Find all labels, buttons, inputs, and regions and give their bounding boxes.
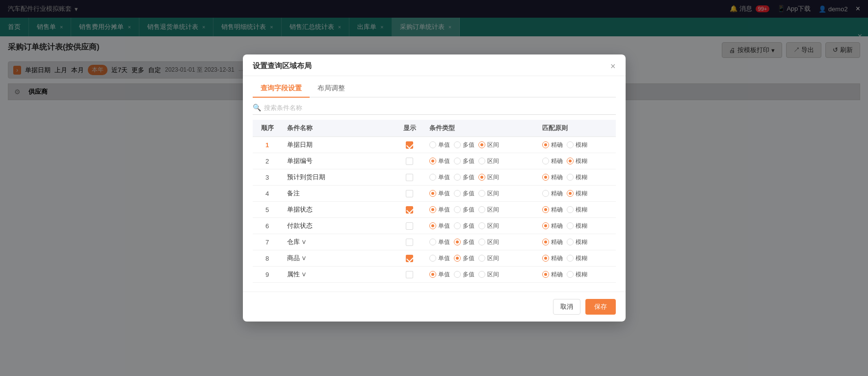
type-radio-多值[interactable]: 多值: [454, 141, 474, 149]
row-type: 单值多值区间: [424, 186, 537, 202]
type-radio-多值[interactable]: 多值: [454, 287, 474, 287]
display-checkbox[interactable]: [406, 271, 413, 278]
row-display[interactable]: [395, 153, 424, 169]
type-radio-多值[interactable]: 多值: [454, 222, 474, 230]
modal-overlay: 设置查询区域布局 × 查询字段设置 布局调整 🔍: [0, 0, 868, 376]
type-radio-单值[interactable]: 单值: [429, 287, 450, 287]
type-radio-单值[interactable]: 单值: [429, 222, 450, 230]
type-radio-区间[interactable]: 区间: [478, 189, 499, 198]
display-checkbox[interactable]: [406, 174, 413, 181]
type-radio-多值[interactable]: 多值: [454, 238, 474, 246]
radio-dot: [454, 141, 461, 148]
row-order: 1: [253, 137, 282, 153]
radio-dot: [478, 222, 485, 229]
cancel-btn[interactable]: 取消: [553, 299, 580, 315]
radio-dot: [542, 141, 549, 148]
match-radio-模糊[interactable]: 模糊: [567, 270, 587, 279]
row-match: 精确模糊: [537, 153, 616, 169]
row-match: 精确模糊: [537, 169, 616, 186]
display-checkbox[interactable]: [406, 239, 413, 246]
match-radio-精确[interactable]: 精确: [542, 270, 563, 279]
match-radio-精确[interactable]: 精确: [542, 189, 563, 198]
row-match: 精确模糊: [537, 234, 616, 250]
display-checkbox[interactable]: [406, 206, 413, 214]
type-radio-单值[interactable]: 单值: [429, 189, 450, 198]
radio-dot: [478, 141, 485, 148]
row-display[interactable]: [395, 186, 424, 202]
display-checkbox[interactable]: [406, 255, 413, 262]
row-display[interactable]: [395, 283, 424, 287]
type-radio-多值[interactable]: 多值: [454, 157, 474, 165]
row-display[interactable]: [395, 169, 424, 186]
match-radio-精确[interactable]: 精确: [542, 206, 563, 214]
type-radio-多值[interactable]: 多值: [454, 254, 474, 263]
type-radio-多值[interactable]: 多值: [454, 173, 474, 182]
radio-dot: [454, 174, 461, 181]
display-checkbox[interactable]: [406, 158, 413, 165]
row-display[interactable]: [395, 137, 424, 153]
match-radio-精确[interactable]: 精确: [542, 254, 563, 263]
type-radio-区间[interactable]: 区间: [478, 254, 499, 263]
type-radio-单值[interactable]: 单值: [429, 157, 450, 165]
match-radio-模糊[interactable]: 模糊: [567, 206, 587, 214]
search-input[interactable]: [264, 104, 352, 111]
row-display[interactable]: [395, 250, 424, 267]
tab-layout-adjust[interactable]: 布局调整: [310, 81, 353, 98]
radio-dot: [567, 206, 574, 213]
type-radio-区间[interactable]: 区间: [478, 206, 499, 214]
type-radio-区间[interactable]: 区间: [478, 157, 499, 165]
type-radio-多值[interactable]: 多值: [454, 189, 474, 198]
radio-dot: [478, 206, 485, 213]
match-radio-模糊[interactable]: 模糊: [567, 238, 587, 246]
type-radio-多值[interactable]: 多值: [454, 270, 474, 279]
row-type: 单值多值区间: [424, 218, 537, 234]
row-match: 精确模糊: [537, 137, 616, 153]
type-radio-区间[interactable]: 区间: [478, 287, 499, 287]
display-checkbox[interactable]: [406, 141, 413, 149]
dialog-close-btn[interactable]: ×: [610, 62, 616, 71]
table-row: 10有无商品图片单值多值区间精确模糊: [253, 283, 616, 287]
type-radio-多值[interactable]: 多值: [454, 206, 474, 214]
match-radio-精确[interactable]: 精确: [542, 157, 563, 165]
match-radio-模糊[interactable]: 模糊: [567, 287, 587, 287]
match-radio-精确[interactable]: 精确: [542, 287, 563, 287]
row-type: 单值多值区间: [424, 234, 537, 250]
match-radio-模糊[interactable]: 模糊: [567, 189, 587, 198]
row-type: 单值多值区间: [424, 137, 537, 153]
type-radio-区间[interactable]: 区间: [478, 173, 499, 182]
match-radio-模糊[interactable]: 模糊: [567, 141, 587, 149]
display-checkbox[interactable]: [406, 190, 413, 197]
match-radio-精确[interactable]: 精确: [542, 238, 563, 246]
row-display[interactable]: [395, 234, 424, 250]
type-radio-单值[interactable]: 单值: [429, 173, 450, 182]
radio-dot: [542, 206, 549, 213]
type-radio-区间[interactable]: 区间: [478, 141, 499, 149]
type-radio-区间[interactable]: 区间: [478, 270, 499, 279]
display-checkbox[interactable]: [406, 222, 413, 230]
dialog-title: 设置查询区域布局: [253, 61, 312, 71]
type-radio-单值[interactable]: 单值: [429, 270, 450, 279]
type-radio-区间[interactable]: 区间: [478, 222, 499, 230]
radio-dot: [542, 174, 549, 181]
match-radio-模糊[interactable]: 模糊: [567, 254, 587, 263]
type-radio-单值[interactable]: 单值: [429, 254, 450, 263]
col-type: 条件类型: [424, 120, 537, 137]
match-radio-模糊[interactable]: 模糊: [567, 157, 587, 165]
type-radio-区间[interactable]: 区间: [478, 238, 499, 246]
match-radio-模糊[interactable]: 模糊: [567, 173, 587, 182]
row-order: 5: [253, 202, 282, 218]
row-display[interactable]: [395, 202, 424, 218]
tab-query-fields[interactable]: 查询字段设置: [253, 81, 310, 98]
type-radio-单值[interactable]: 单值: [429, 238, 450, 246]
match-radio-精确[interactable]: 精确: [542, 173, 563, 182]
match-radio-模糊[interactable]: 模糊: [567, 222, 587, 230]
match-radio-精确[interactable]: 精确: [542, 141, 563, 149]
row-display[interactable]: [395, 218, 424, 234]
type-radio-单值[interactable]: 单值: [429, 206, 450, 214]
save-btn[interactable]: 保存: [585, 299, 616, 315]
type-radio-单值[interactable]: 单值: [429, 141, 450, 149]
match-radio-精确[interactable]: 精确: [542, 222, 563, 230]
table-row: 2单据编号单值多值区间精确模糊: [253, 153, 616, 169]
radio-dot: [542, 190, 549, 197]
row-display[interactable]: [395, 267, 424, 283]
